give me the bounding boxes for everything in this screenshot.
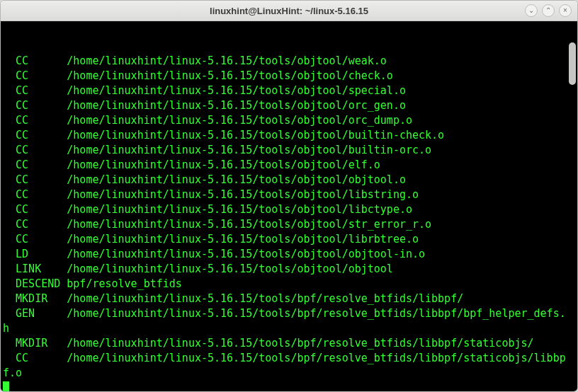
terminal-line: CC /home/linuxhint/linux-5.16.15/tools/o… [3,143,575,158]
terminal-line: CC /home/linuxhint/linux-5.16.15/tools/o… [3,98,575,113]
titlebar[interactable]: linuxhint@LinuxHint: ~/linux-5.16.15 ⌄ ⌃… [1,1,577,21]
terminal-line: h [3,321,575,336]
maximize-button[interactable]: ⌃ [542,4,555,17]
terminal-output: CC /home/linuxhint/linux-5.16.15/tools/o… [3,54,575,391]
scrollbar-thumb[interactable] [569,42,576,85]
cursor [3,381,9,391]
terminal-line: CC /home/linuxhint/linux-5.16.15/tools/o… [3,158,575,173]
terminal-viewport[interactable]: CC /home/linuxhint/linux-5.16.15/tools/o… [1,21,577,391]
terminal-line: GEN /home/linuxhint/linux-5.16.15/tools/… [3,306,575,321]
terminal-line: CC /home/linuxhint/linux-5.16.15/tools/o… [3,188,575,202]
terminal-line: LINK /home/linuxhint/linux-5.16.15/tools… [3,262,575,277]
terminal-line: f.o [3,366,575,381]
close-button[interactable]: × [559,4,572,17]
window-controls: ⌄ ⌃ × [525,4,577,17]
terminal-line: CC /home/linuxhint/linux-5.16.15/tools/o… [3,54,575,69]
terminal-line: MKDIR /home/linuxhint/linux-5.16.15/tool… [3,292,575,306]
terminal-line: CC /home/linuxhint/linux-5.16.15/tools/o… [3,173,575,188]
terminal-line: CC /home/linuxhint/linux-5.16.15/tools/b… [3,351,575,366]
terminal-line: CC /home/linuxhint/linux-5.16.15/tools/o… [3,83,575,98]
terminal-line: LD /home/linuxhint/linux-5.16.15/tools/o… [3,247,575,262]
minimize-button[interactable]: ⌄ [525,4,538,17]
terminal-line: DESCEND bpf/resolve_btfids [3,277,575,292]
terminal-line: MKDIR /home/linuxhint/linux-5.16.15/tool… [3,336,575,351]
terminal-cursor-line [3,381,575,391]
terminal-line: CC /home/linuxhint/linux-5.16.15/tools/o… [3,232,575,247]
terminal-line: CC /home/linuxhint/linux-5.16.15/tools/o… [3,202,575,217]
terminal-line: CC /home/linuxhint/linux-5.16.15/tools/o… [3,69,575,83]
terminal-line: CC /home/linuxhint/linux-5.16.15/tools/o… [3,217,575,232]
terminal-window: linuxhint@LinuxHint: ~/linux-5.16.15 ⌄ ⌃… [0,0,578,392]
scrollbar[interactable] [569,42,576,390]
window-title: linuxhint@LinuxHint: ~/linux-5.16.15 [1,6,577,16]
terminal-line: CC /home/linuxhint/linux-5.16.15/tools/o… [3,128,575,143]
terminal-line: CC /home/linuxhint/linux-5.16.15/tools/o… [3,113,575,128]
